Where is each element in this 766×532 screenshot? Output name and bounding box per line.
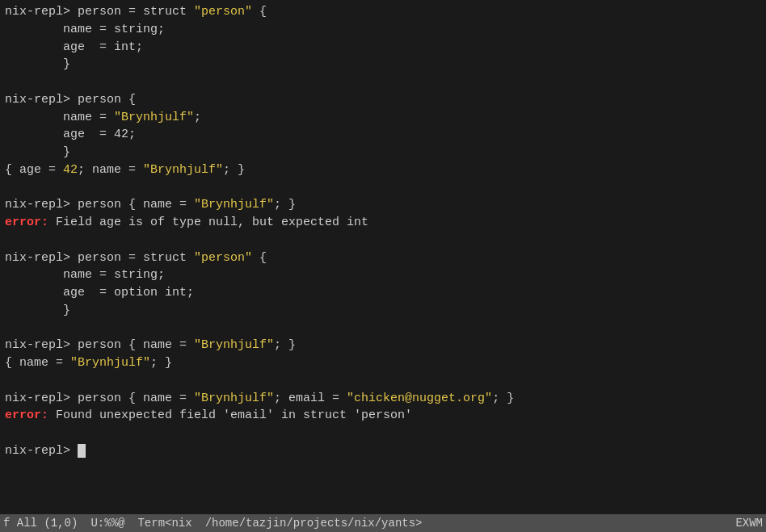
line-6: name = "Brynhjulf"; [0,109,766,127]
input-line[interactable]: nix-repl> [0,442,766,460]
line-3: age = int; [0,39,766,57]
status-encoding: U:%%@ [90,515,124,531]
status-mode: f All (1,0) [3,515,78,531]
prompt-5: nix-repl> [5,338,78,352]
status-right: EXWM [735,515,763,531]
line-error-2: error: Found unexpected field 'email' in… [0,407,766,425]
line-13: } [0,302,766,320]
status-term: Term<nix [137,515,192,531]
line-4: } [0,56,766,73]
error-label-1: error: [5,216,48,229]
cursor [78,444,86,458]
blank-1 [0,73,766,91]
line-12: age = option int; [0,284,766,302]
line-error-1: error: Field age is of type null, but ex… [0,214,766,232]
status-left: f All (1,0) U:%%@ Term<nix /home/tazjin/… [3,515,735,531]
prompt-4: nix-repl> [5,251,78,265]
line-14: nix-repl> person { name = "Brynhjulf"; } [0,337,766,354]
terminal-output: nix-repl> person = struct "person" { nam… [0,0,766,514]
status-path: /home/tazjin/projects/nix/yants> [205,515,423,531]
line-11: name = string; [0,266,766,284]
line-7: age = 42; [0,126,766,144]
line-9: nix-repl> person { name = "Brynhjulf"; } [0,196,766,214]
blank-2 [0,179,766,197]
line-15: nix-repl> person { name = "Brynhjulf"; e… [0,390,766,408]
line-output-2: { name = "Brynhjulf"; } [0,354,766,372]
prompt-3: nix-repl> [5,198,78,212]
prompt-7: nix-repl> [5,444,78,458]
status-bar: f All (1,0) U:%%@ Term<nix /home/tazjin/… [0,514,766,532]
prompt-2: nix-repl> [5,93,78,107]
error-label-2: error: [5,408,48,422]
line-8: } [0,144,766,161]
blank-6 [0,425,766,442]
line-output-1: { age = 42; name = "Brynhjulf"; } [0,161,766,179]
code-text: person = struct "person" { [78,5,267,19]
prompt-6: nix-repl> [5,392,78,405]
line-5: nix-repl> person { [0,91,766,109]
line-1: nix-repl> person = struct "person" { [0,3,766,21]
error-msg-1: Field age is of type null, but expected … [48,216,368,229]
blank-4 [0,320,766,337]
prompt: nix-repl> [5,5,78,19]
blank-5 [0,372,766,390]
line-2: name = string; [0,21,766,39]
error-msg-2: Found unexpected field 'email' in struct… [48,408,412,422]
line-10: nix-repl> person = struct "person" { [0,249,766,267]
blank-3 [0,232,766,249]
